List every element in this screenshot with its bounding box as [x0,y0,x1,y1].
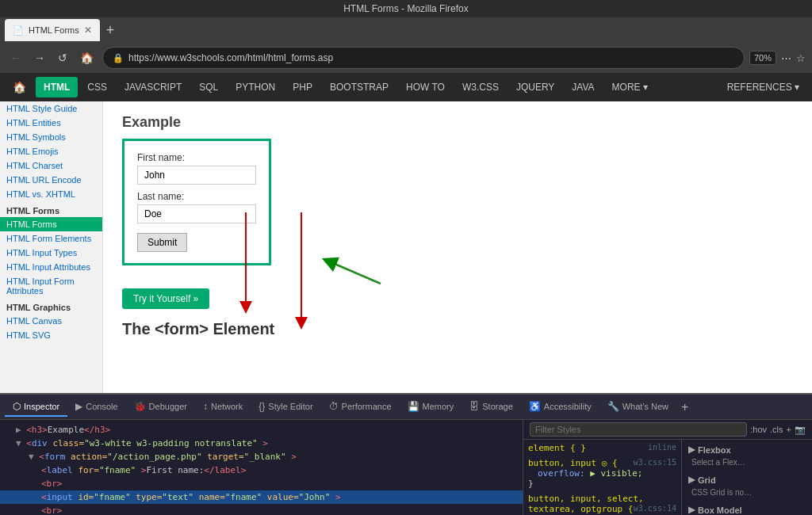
address-bar: ← → ↺ 🏠 🔒 https://www.w3schools.com/html… [0,43,812,73]
sidebar-item-input-attributes[interactable]: HTML Input Attributes [0,260,102,274]
sidebar-item-charset[interactable]: HTML Charset [0,158,102,173]
layout-box-model-section: ▶ Box Model [688,503,806,515]
nav-jquery[interactable]: JQUERY [508,77,562,97]
styles-filter-input[interactable] [530,422,747,437]
devtools-panel: ⬡ Inspector ▶ Console 🐞 Debugger ↕ Netwo… [0,393,812,515]
debugger-icon: 🐞 [134,401,146,412]
cls-toggle[interactable]: .cls [770,425,783,434]
devtools-tab-bar: ⬡ Inspector ▶ Console 🐞 Debugger ↕ Netwo… [0,395,812,420]
home-button[interactable]: 🏠 [76,50,98,66]
box-model-title[interactable]: ▶ Box Model [688,503,806,515]
styles-action-icons: :hov .cls + 📷 [750,425,806,435]
bookmark-icon[interactable]: ☆ [796,52,806,64]
devtools-tab-memory[interactable]: 💾 Memory [400,398,462,417]
grid-hint: CSS Grid is no… [688,486,806,498]
sidebar-item-form-elements[interactable]: HTML Form Elements [0,231,102,246]
devtools-tab-inspector[interactable]: ⬡ Inspector [5,398,67,417]
sidebar-item-input-form-attributes[interactable]: HTML Input Form Attributes [0,274,102,298]
sidebar-section-forms: HTML Forms [0,201,102,217]
nav-html[interactable]: HTML [36,77,78,97]
devtools-tab-network[interactable]: ↕ Network [195,398,251,417]
submit-button[interactable]: Submit [137,233,187,252]
styles-filter-bar: :hov .cls + 📷 [523,420,812,440]
nav-references[interactable]: REFERENCES ▾ [719,77,807,97]
nav-java[interactable]: JAVA [564,77,602,97]
tab-bar: 📄 HTML Forms ✕ + [0,17,812,43]
devtools-right-panel: :hov .cls + 📷 element { } inline button,… [523,420,812,515]
html-line-br2[interactable]: <br> [0,504,523,515]
layout-flexbox-section: ▶ Flexbox Select a Flex… [688,443,806,468]
sidebar-item-style-guide[interactable]: HTML Style Guide [0,101,102,116]
reload-button[interactable]: ↺ [54,50,71,66]
devtools-tab-debugger[interactable]: 🐞 Debugger [126,398,195,417]
nav-php[interactable]: PHP [285,77,320,97]
url-bar[interactable]: 🔒 https://www.w3schools.com/html/html_fo… [102,47,745,69]
html-line-br1[interactable]: <br> [0,477,523,490]
sidebar-item-svg[interactable]: HTML SVG [0,328,102,342]
first-name-label: First name: [137,152,256,163]
back-button[interactable]: ← [6,50,25,66]
sidebar-item-emojis[interactable]: HTML Emojis [0,144,102,158]
style-editor-label: Style Editor [268,402,312,411]
first-name-input[interactable] [137,166,256,185]
devtools-tab-storage[interactable]: 🗄 Storage [462,398,521,417]
nav-more[interactable]: MORE ▾ [604,77,656,97]
performance-icon: ⏱ [329,401,339,412]
title-bar: HTML Forms - Mozilla Firefox [0,0,812,17]
html-line-form[interactable]: ▼ <form action="/action_page.php" target… [0,450,523,464]
flexbox-hint: Select a Flex… [688,456,806,468]
nav-sql[interactable]: SQL [191,77,226,97]
extensions-icon[interactable]: ⋯ [781,52,791,64]
browser-tab[interactable]: 📄 HTML Forms ✕ [5,19,100,41]
network-icon: ↕ [203,401,208,412]
hover-toggle[interactable]: :hov [750,425,767,434]
nav-bootstrap[interactable]: BOOTSTRAP [322,77,396,97]
nav-home[interactable]: 🏠 [5,76,34,98]
devtools-tab-performance[interactable]: ⏱ Performance [321,398,400,417]
storage-icon: 🗄 [469,401,479,412]
devtools-add-tab[interactable]: + [676,400,693,414]
nav-python[interactable]: PYTHON [228,77,283,97]
inspector-label: Inspector [24,402,59,411]
html-line-h3[interactable]: ▶ <h3>Example</h3> [0,423,523,437]
sidebar-item-url-encode[interactable]: HTML URL Encode [0,173,102,187]
style-rule-element: element { } inline [528,443,676,453]
sidebar-item-html-forms[interactable]: HTML Forms [0,217,102,231]
devtools-tab-console[interactable]: ▶ Console [67,398,125,417]
sidebar-item-entities[interactable]: HTML Entities [0,116,102,130]
last-name-input[interactable] [137,204,256,223]
browser-menu-icons: ⋯ ☆ [781,52,806,64]
flexbox-title[interactable]: ▶ Flexbox [688,443,806,456]
try-it-yourself-button[interactable]: Try it Yourself » [122,288,209,309]
new-tab-button[interactable]: + [103,22,118,39]
html-line-label-fname[interactable]: <label for="fname" >First name:</label> [0,464,523,477]
storage-label: Storage [482,402,513,411]
performance-label: Performance [342,402,392,411]
last-name-label: Last name: [137,191,256,202]
html-line-input-fname[interactable]: <input id="fname" type="text" name="fnam… [0,490,523,504]
devtools-tab-whats-new[interactable]: 🔧 What's New [599,398,676,417]
nav-w3css[interactable]: W3.CSS [454,77,507,97]
devtools-tab-style-editor[interactable]: {} Style Editor [251,398,320,417]
tab-close-button[interactable]: ✕ [84,25,92,36]
devtools-tab-accessibility[interactable]: ♿ Accessibility [521,398,599,417]
sidebar-item-canvas[interactable]: HTML Canvas [0,314,102,328]
nav-howto[interactable]: HOW TO [398,77,453,97]
add-rule-button[interactable]: + [787,425,791,434]
screenshot-icon[interactable]: 📷 [795,425,806,435]
page-content: Example First name: Last name: Submit [103,101,812,393]
style-rule-button-input: button, input ◎ { w3.css:15 overflow: ▶ … [528,458,676,489]
html-line-div-w3white[interactable]: ▼ <div class="w3-white w3-padding notran… [0,437,523,450]
example-heading: Example [122,114,793,131]
memory-label: Memory [423,402,454,411]
tab-favicon: 📄 [13,25,24,36]
network-label: Network [211,402,243,411]
nav-javascript[interactable]: JAVASCRIPT [117,77,190,97]
styles-content-area: element { } inline button, input ◎ { w3.… [523,440,812,515]
forward-button[interactable]: → [30,50,49,66]
nav-css[interactable]: CSS [79,77,115,97]
grid-title[interactable]: ▶ Grid [688,473,806,486]
sidebar-item-symbols[interactable]: HTML Symbols [0,130,102,144]
sidebar-item-input-types[interactable]: HTML Input Types [0,246,102,260]
sidebar-item-vs-xhtml[interactable]: HTML vs. XHTML [0,187,102,201]
